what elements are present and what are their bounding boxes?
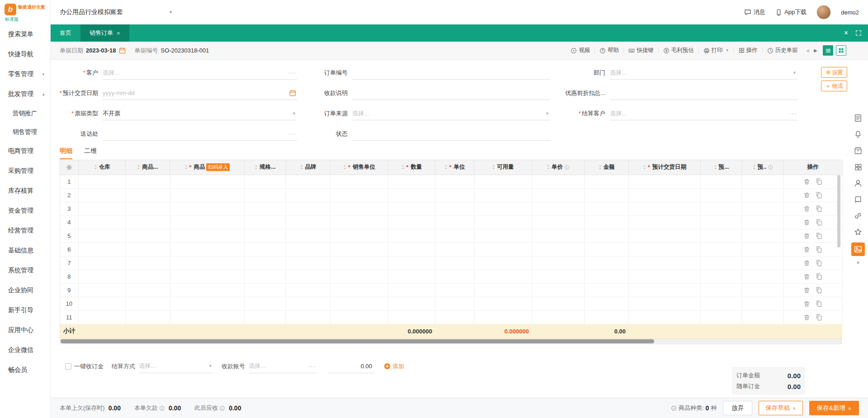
sidebar-item-quick-nav[interactable]: 快捷导航	[0, 44, 50, 64]
cell-brand-r8[interactable]	[286, 270, 330, 283]
cell-delivery-date-r1[interactable]	[628, 175, 700, 188]
copy-row-icon[interactable]	[816, 287, 822, 294]
cell-price-r11[interactable]	[532, 310, 584, 324]
sort-icon[interactable]	[444, 164, 448, 170]
cell-qty-r1[interactable]	[388, 175, 435, 188]
cell-price-r9[interactable]	[532, 283, 584, 297]
copy-row-icon[interactable]	[816, 178, 822, 185]
cell-delivery-date-r3[interactable]	[628, 202, 700, 215]
cell-delivery-date-r5[interactable]	[628, 229, 700, 242]
delete-row-icon[interactable]	[803, 233, 810, 239]
cell-price-r10[interactable]	[532, 297, 584, 310]
cell-warehouse-r6[interactable]	[78, 242, 125, 256]
cell-brand-r6[interactable]	[286, 242, 330, 256]
cell-pre1-r1[interactable]	[700, 175, 742, 188]
sidebar-item-guide[interactable]: 新手引导	[0, 300, 50, 320]
toolbar-profit-button[interactable]: 毛利预估	[663, 47, 694, 54]
cell-delivery-date-r11[interactable]	[628, 310, 700, 324]
col-header-delivery-date[interactable]: *预计交货日期	[628, 160, 700, 175]
cell-price-r7[interactable]	[532, 256, 584, 270]
cell-amount-r6[interactable]	[584, 242, 628, 256]
cell-sales-unit-r6[interactable]	[330, 242, 388, 256]
delivery-date-input[interactable]: yyyy-mm-dd	[103, 86, 297, 100]
cell-available-r6[interactable]	[474, 242, 532, 256]
col-header-available[interactable]: 可用量	[474, 160, 532, 175]
close-all-tabs-icon[interactable]: ×	[844, 29, 848, 37]
cell-spec-r3[interactable]	[244, 202, 286, 215]
save-draft-button[interactable]: 保存草稿 ∧	[759, 401, 802, 415]
cell-sales-unit-r2[interactable]	[330, 188, 388, 202]
col-header-qty[interactable]: *数量	[388, 160, 435, 175]
cell-product-code-r11[interactable]	[125, 310, 170, 324]
user-avatar[interactable]	[816, 5, 831, 19]
cell-product-r8[interactable]	[170, 270, 244, 283]
cell-pre2-r4[interactable]	[742, 215, 783, 229]
cell-warehouse-r11[interactable]	[78, 310, 125, 324]
cell-unit-r4[interactable]	[435, 215, 474, 229]
doc-no-value[interactable]: SO-20230318-001	[161, 47, 209, 54]
cell-pre1-r7[interactable]	[700, 256, 742, 270]
cell-price-r8[interactable]	[532, 270, 584, 283]
hscroll-thumb[interactable]	[61, 339, 654, 343]
cell-brand-r5[interactable]	[286, 229, 330, 242]
delete-row-icon[interactable]	[803, 260, 810, 266]
cell-unit-r7[interactable]	[435, 256, 474, 270]
delete-row-icon[interactable]	[803, 273, 810, 280]
sidebar-item-app-center[interactable]: 应用中心	[0, 320, 50, 340]
save-and-new-button[interactable]: 保存&新增 ∧	[809, 401, 859, 415]
cell-qty-r11[interactable]	[388, 310, 435, 324]
sort-icon[interactable]	[401, 164, 405, 170]
cell-brand-r1[interactable]	[286, 175, 330, 188]
cell-amount-r3[interactable]	[584, 202, 628, 215]
cell-pre1-r11[interactable]	[700, 310, 742, 324]
delete-row-icon[interactable]	[803, 219, 810, 226]
cell-delivery-date-r2[interactable]	[628, 188, 700, 202]
copy-row-icon[interactable]	[816, 300, 822, 307]
grid-settings-gear-icon[interactable]	[66, 164, 72, 171]
cell-amount-r1[interactable]	[584, 175, 628, 188]
col-header-brand[interactable]: 品牌	[286, 160, 330, 175]
add-payment-button[interactable]: 添加	[384, 362, 404, 370]
cell-qty-r5[interactable]	[388, 229, 435, 242]
cell-unit-r10[interactable]	[435, 297, 474, 310]
cell-available-r5[interactable]	[474, 229, 532, 242]
sidebar-item-member[interactable]: 畅会员	[0, 360, 50, 380]
cell-spec-r6[interactable]	[244, 242, 286, 256]
cell-price-r3[interactable]	[532, 202, 584, 215]
cell-qty-r7[interactable]	[388, 256, 435, 270]
cell-amount-r5[interactable]	[584, 229, 628, 242]
cell-product-code-r8[interactable]	[125, 270, 170, 283]
cell-product-code-r3[interactable]	[125, 202, 170, 215]
delete-row-icon[interactable]	[803, 205, 810, 212]
sidebar-item-retail[interactable]: 零售管理▼	[0, 64, 50, 84]
copy-row-icon[interactable]	[816, 205, 822, 212]
delete-row-icon[interactable]	[803, 287, 810, 294]
sidebar-item-sales[interactable]: 销售管理	[0, 123, 50, 141]
cell-amount-r2[interactable]	[584, 188, 628, 202]
sort-icon[interactable]	[713, 164, 717, 170]
cell-amount-r11[interactable]	[584, 310, 628, 324]
col-header-price[interactable]: 单价	[532, 160, 584, 175]
cell-product-r2[interactable]	[170, 188, 244, 202]
sidebar-item-search-menu[interactable]: 搜索菜单	[0, 24, 50, 44]
chevron-down-icon[interactable]: ▼	[208, 364, 212, 368]
tab-2d[interactable]: 二维	[84, 147, 97, 158]
col-header-spec[interactable]: 规格...	[244, 160, 286, 175]
cell-sales-unit-r9[interactable]	[330, 283, 388, 297]
cell-warehouse-r9[interactable]	[78, 283, 125, 297]
col-header-sales-unit[interactable]: *销售单位	[330, 160, 388, 175]
toolbar-hotkeys-button[interactable]: 快捷键	[628, 47, 654, 54]
settle-customer-input[interactable]: 选择... ···	[610, 107, 797, 120]
sidebar-item-ecommerce[interactable]: 电商管理	[0, 141, 50, 161]
order-source-select[interactable]: 选择... ▼	[352, 107, 550, 120]
grid-vertical-scrollbar[interactable]	[837, 175, 841, 323]
cell-sales-unit-r11[interactable]	[330, 310, 388, 324]
sidebar-item-operation[interactable]: 经营管理	[0, 221, 50, 241]
dock-form-icon[interactable]	[852, 112, 864, 124]
cell-pre2-r8[interactable]	[742, 270, 783, 283]
cell-warehouse-r7[interactable]	[78, 256, 125, 270]
cell-product-r3[interactable]	[170, 202, 244, 215]
sidebar-item-collaboration[interactable]: 企业协同	[0, 280, 50, 300]
cell-sales-unit-r10[interactable]	[330, 297, 388, 310]
cell-pre2-r9[interactable]	[742, 283, 783, 297]
